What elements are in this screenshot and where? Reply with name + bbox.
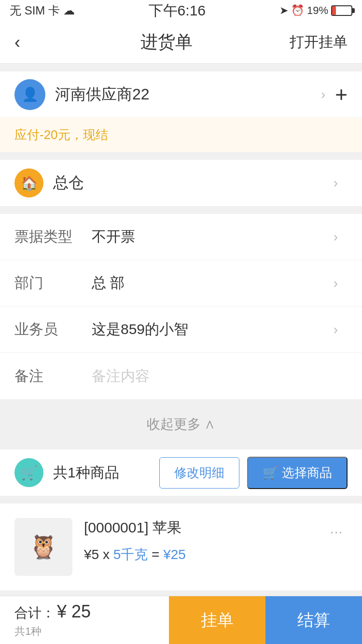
chevron-right-icon: › <box>321 87 325 102</box>
collapse-bar[interactable]: 收起更多 ∧ <box>0 407 362 442</box>
chevron-right-icon: › <box>334 229 338 245</box>
remark-row[interactable]: 备注 备注内容 <box>0 353 362 399</box>
product-item: 🦉 [0000001] 苹果 ¥5 x 5千克 = ¥25 ··· <box>0 504 362 590</box>
total-amount: ¥ 25 <box>57 602 91 622</box>
alarm-icon: ⏰ <box>291 4 304 17</box>
equals-sign: = <box>152 547 163 562</box>
form-card: 票据类型 不开票 › 部门 总 部 › 业务员 这是859的小智 › 备注 备注… <box>0 214 362 399</box>
back-button[interactable]: ‹ <box>14 32 43 53</box>
product-name: [0000001] 苹果 <box>84 518 325 538</box>
product-thumbnail: 🦉 <box>14 518 72 576</box>
open-hang-button[interactable]: 打开挂单 <box>290 32 348 52</box>
sales-row[interactable]: 业务员 这是859的小智 › <box>0 307 362 353</box>
product-price: ¥5 x 5千克 = ¥25 <box>84 546 325 564</box>
supplier-row[interactable]: 👤 河南供应商22 › + <box>0 71 362 118</box>
status-bar: 无 SIM 卡 ☁ 下午6:16 ➤ ⏰ 19% <box>0 0 362 21</box>
cart-icon: 🛒 <box>21 465 38 481</box>
add-supplier-button[interactable]: + <box>335 84 348 105</box>
total-label: 合计： <box>14 604 55 622</box>
select-product-button[interactable]: 🛒 选择商品 <box>247 457 348 489</box>
owl-icon: 🦉 <box>29 533 58 560</box>
products-icon: 🛒 <box>14 458 43 487</box>
remark-label: 备注 <box>14 366 82 386</box>
warehouse-name: 总仓 <box>53 172 334 194</box>
products-count: 共1种商品 <box>53 463 159 483</box>
page-title: 进货单 <box>140 30 193 54</box>
invoice-row[interactable]: 票据类型 不开票 › <box>0 214 362 260</box>
bottom-bar: 合计： ¥ 25 共1种 挂单 结算 <box>0 596 362 644</box>
invoice-label: 票据类型 <box>14 227 82 247</box>
warehouse-card[interactable]: 🏠 总仓 › <box>0 160 362 206</box>
warehouse-row[interactable]: 🏠 总仓 › <box>0 160 362 206</box>
products-card: 🛒 共1种商品 修改明细 🛒 选择商品 <box>0 449 362 496</box>
product-more-button[interactable]: ··· <box>325 518 348 546</box>
products-header: 🛒 共1种商品 修改明细 🛒 选择商品 <box>0 449 362 496</box>
product-title: 苹果 <box>153 519 181 535</box>
status-time: 下午6:16 <box>149 1 206 21</box>
location-icon: ➤ <box>279 4 288 17</box>
product-total: ¥25 <box>163 547 186 562</box>
nav-bar: ‹ 进货单 打开挂单 <box>0 21 362 64</box>
modify-detail-button[interactable]: 修改明细 <box>159 457 239 489</box>
settle-button[interactable]: 结算 <box>265 596 362 644</box>
product-info: [0000001] 苹果 ¥5 x 5千克 = ¥25 <box>84 518 325 564</box>
sim-label: 无 SIM 卡 ☁ <box>10 3 75 18</box>
supplier-notice: 应付-20元，现结 <box>0 118 362 152</box>
dept-label: 部门 <box>14 273 82 293</box>
remark-input[interactable]: 备注内容 <box>82 366 348 386</box>
warehouse-icon: 🏠 <box>14 168 43 197</box>
battery-icon <box>331 5 352 16</box>
select-icon: 🛒 <box>263 465 278 480</box>
supplier-avatar: 👤 <box>14 79 45 110</box>
sales-value: 这是859的小智 <box>82 320 334 339</box>
main-content: 👤 河南供应商22 › + 应付-20元，现结 🏠 总仓 › 票据类型 不开票 … <box>0 71 362 590</box>
sales-label: 业务员 <box>14 320 82 339</box>
chevron-right-icon: › <box>334 276 338 291</box>
multiply-sign: x <box>103 547 113 562</box>
price-value: ¥5 <box>84 547 99 562</box>
status-left: 无 SIM 卡 ☁ <box>10 3 75 18</box>
total-section: 合计： ¥ 25 共1种 <box>0 596 169 644</box>
dept-row[interactable]: 部门 总 部 › <box>0 260 362 307</box>
supplier-card: 👤 河南供应商22 › + 应付-20元，现结 <box>0 71 362 152</box>
select-label: 选择商品 <box>282 464 332 481</box>
product-qty: 5千克 <box>113 547 148 562</box>
chevron-right-icon: › <box>334 322 338 337</box>
supplier-name: 河南供应商22 <box>55 84 321 105</box>
invoice-value: 不开票 <box>82 227 334 247</box>
hang-button[interactable]: 挂单 <box>169 596 265 644</box>
battery-label: 19% <box>307 4 328 17</box>
supplier-icon: 👤 <box>22 86 39 102</box>
total-count: 共1种 <box>14 624 154 639</box>
total-row: 合计： ¥ 25 <box>14 602 154 622</box>
dept-value: 总 部 <box>82 273 334 293</box>
status-right: ➤ ⏰ 19% <box>279 4 352 17</box>
product-id: [0000001] <box>84 519 148 535</box>
chevron-right-icon: › <box>334 175 338 191</box>
